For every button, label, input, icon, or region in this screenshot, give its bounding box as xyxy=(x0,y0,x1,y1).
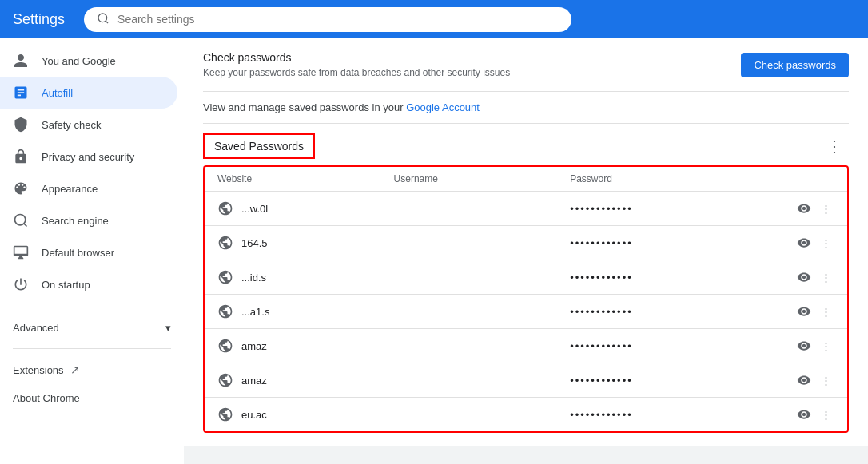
sidebar-advanced[interactable]: Advanced ▾ xyxy=(0,314,184,342)
row-menu-button[interactable]: ⋮ xyxy=(818,406,834,424)
eye-icon xyxy=(797,304,811,319)
about-chrome-label: About Chrome xyxy=(13,392,80,404)
show-password-button[interactable] xyxy=(794,370,814,391)
account-link-row: View and manage saved passwords in your … xyxy=(203,92,849,124)
topbar: Settings xyxy=(0,0,868,38)
globe-icon xyxy=(217,338,233,354)
show-password-button[interactable] xyxy=(794,301,814,322)
sidebar-item-you-and-google[interactable]: You and Google xyxy=(0,45,177,77)
lock-icon xyxy=(13,149,29,165)
sidebar: You and Google Autofill Safety check Pri… xyxy=(0,38,184,464)
row-actions: ⋮ xyxy=(747,404,834,425)
sidebar-divider-2 xyxy=(13,348,171,349)
svg-line-3 xyxy=(24,224,27,227)
saved-passwords-label: Saved Passwords xyxy=(203,133,315,159)
sidebar-item-label: Search engine xyxy=(42,215,109,227)
table-row: amaz •••••••••••• ⋮ xyxy=(205,329,847,363)
globe-icon xyxy=(217,303,233,319)
table-row: ...a1.s •••••••••••• ⋮ xyxy=(205,295,847,329)
sidebar-item-label: On startup xyxy=(42,279,90,291)
show-password-button[interactable] xyxy=(794,198,814,219)
search-engine-icon xyxy=(13,212,29,228)
sidebar-extensions[interactable]: Extensions ↗ xyxy=(0,355,184,384)
website-value: ...id.s xyxy=(241,272,266,284)
sidebar-about-chrome[interactable]: About Chrome xyxy=(0,384,177,412)
website-value: ...w.0l xyxy=(241,203,268,215)
password-cell: •••••••••••• xyxy=(570,340,747,352)
row-menu-button[interactable]: ⋮ xyxy=(818,234,834,252)
row-menu-button[interactable]: ⋮ xyxy=(818,200,834,218)
saved-passwords-header: Saved Passwords ⋮ xyxy=(203,124,849,165)
table-row: amaz •••••••••••• ⋮ xyxy=(205,363,847,398)
globe-icon xyxy=(217,406,233,422)
sidebar-item-search-engine[interactable]: Search engine xyxy=(0,204,177,236)
shield-icon xyxy=(13,117,29,133)
globe-icon xyxy=(217,372,233,388)
row-actions: ⋮ xyxy=(747,335,834,356)
svg-line-1 xyxy=(106,21,108,23)
website-value: eu.ac xyxy=(241,409,267,421)
row-actions: ⋮ xyxy=(747,232,834,253)
advanced-label: Advanced xyxy=(13,322,59,334)
website-cell: ...w.0l xyxy=(217,200,394,216)
eye-icon xyxy=(797,373,811,387)
saved-passwords-menu-button[interactable]: ⋮ xyxy=(820,133,849,159)
table-row: ...w.0l •••••••••••• ⋮ xyxy=(205,192,847,226)
row-menu-button[interactable]: ⋮ xyxy=(818,303,834,321)
password-cell: •••••••••••• xyxy=(570,409,747,421)
show-password-button[interactable] xyxy=(794,267,814,288)
row-actions: ⋮ xyxy=(747,267,834,288)
row-menu-button[interactable]: ⋮ xyxy=(818,268,834,287)
globe-icon xyxy=(217,200,233,216)
account-link-text: View and manage saved passwords in your xyxy=(203,101,404,113)
sidebar-divider xyxy=(13,307,171,307)
palette-icon xyxy=(13,180,29,196)
sidebar-item-autofill[interactable]: Autofill xyxy=(0,77,177,109)
sidebar-item-label: Autofill xyxy=(42,87,73,99)
search-input[interactable] xyxy=(117,13,559,26)
password-cell: •••••••••••• xyxy=(570,375,747,387)
extensions-label: Extensions xyxy=(13,364,64,376)
website-value: 164.5 xyxy=(241,237,268,249)
row-menu-button[interactable]: ⋮ xyxy=(818,337,834,355)
website-cell: ...a1.s xyxy=(217,303,394,319)
show-password-button[interactable] xyxy=(794,404,814,425)
chevron-down-icon: ▾ xyxy=(165,322,171,334)
google-account-link[interactable]: Google Account xyxy=(406,101,480,113)
password-cell: •••••••••••• xyxy=(570,272,747,284)
table-row: ...id.s •••••••••••• ⋮ xyxy=(205,260,847,295)
table-row: eu.ac •••••••••••• ⋮ xyxy=(205,398,847,431)
sidebar-item-label: Safety check xyxy=(42,119,101,131)
website-cell: 164.5 xyxy=(217,235,394,251)
row-actions: ⋮ xyxy=(747,301,834,322)
app-title: Settings xyxy=(13,11,65,28)
check-passwords-button[interactable]: Check passwords xyxy=(741,53,849,77)
col-username: Username xyxy=(394,173,571,184)
password-cell: •••••••••••• xyxy=(570,237,747,249)
sidebar-item-label: Privacy and security xyxy=(42,151,134,163)
website-cell: eu.ac xyxy=(217,406,394,422)
col-password: Password xyxy=(570,173,747,184)
sidebar-item-safety-check[interactable]: Safety check xyxy=(0,109,177,141)
sidebar-item-label: Default browser xyxy=(42,247,114,259)
eye-icon xyxy=(797,270,811,284)
row-actions: ⋮ xyxy=(747,198,834,219)
sidebar-item-default-browser[interactable]: Default browser xyxy=(0,236,177,268)
globe-icon xyxy=(217,269,233,285)
show-password-button[interactable] xyxy=(794,335,814,356)
sidebar-item-privacy-and-security[interactable]: Privacy and security xyxy=(0,141,177,173)
sidebar-item-on-startup[interactable]: On startup xyxy=(0,268,177,300)
table-header: Website Username Password xyxy=(205,167,847,192)
table-row: 164.5 •••••••••••• ⋮ xyxy=(205,226,847,260)
check-passwords-row: Check passwords Keep your passwords safe… xyxy=(203,38,849,92)
monitor-icon xyxy=(13,244,29,260)
col-website: Website xyxy=(217,173,394,184)
sidebar-item-appearance[interactable]: Appearance xyxy=(0,173,177,204)
show-password-button[interactable] xyxy=(794,232,814,253)
website-value: amaz xyxy=(241,340,267,352)
password-cell: •••••••••••• xyxy=(570,203,747,215)
content-section: Check passwords Keep your passwords safe… xyxy=(184,38,868,446)
sidebar-item-label: You and Google xyxy=(42,55,116,67)
row-menu-button[interactable]: ⋮ xyxy=(818,371,834,390)
main-content: Check passwords Keep your passwords safe… xyxy=(184,38,868,464)
